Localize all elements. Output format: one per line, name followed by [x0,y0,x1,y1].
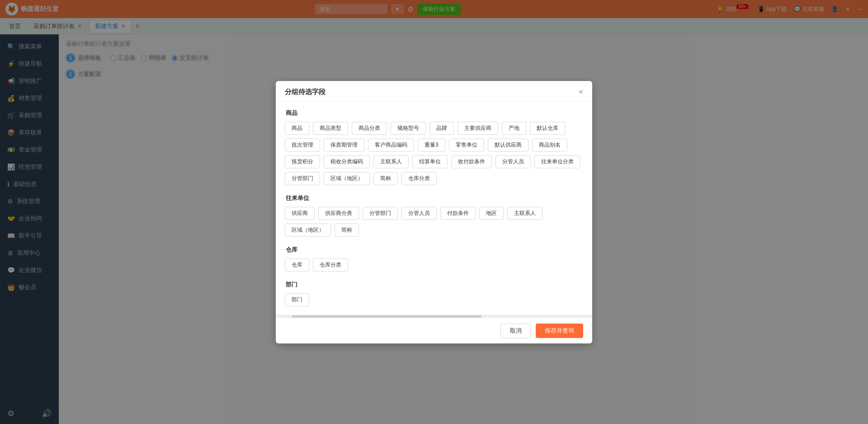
field-tag-weight3[interactable]: 重量3 [418,138,445,152]
field-tag-supplier[interactable]: 供应商 [285,207,315,220]
modal-header: 分组待选字段 × [276,81,592,102]
field-tag-district[interactable]: 地区 [479,207,504,220]
modal-close-button[interactable]: × [578,87,583,97]
field-tag-partner-category[interactable]: 往来单位分类 [534,155,580,168]
field-tag-settlement-unit[interactable]: 结算单位 [412,155,448,168]
field-tag-expiry-mgmt[interactable]: 保质期管理 [324,138,364,152]
field-tag-product-alias[interactable]: 商品别名 [532,138,567,152]
field-tag-partner-manager[interactable]: 分管人员 [401,207,437,220]
product-field-tags: 商品 商品类型 商品分类 规格型号 品牌 主要供应商 产地 默认仓库 批次管理 … [285,122,583,185]
horizontal-scrollbar[interactable] [276,315,592,318]
field-tag-partner-dept[interactable]: 分管部门 [363,207,398,220]
cancel-button[interactable]: 取消 [500,324,531,338]
section-product-title: 商品 [285,109,583,117]
field-tag-default-warehouse[interactable]: 默认仓库 [530,122,565,135]
field-tag-spec-model[interactable]: 规格型号 [391,122,426,135]
field-tag-payment-terms[interactable]: 收付款条件 [451,155,492,168]
confirm-button[interactable]: 保存并查询 [536,324,583,338]
modal-body[interactable]: 商品 商品 商品类型 商品分类 规格型号 品牌 主要供应商 产地 默认仓库 批次… [276,102,592,315]
field-tag-customer-code[interactable]: 客户商品编码 [368,138,414,152]
field-tag-retail-unit[interactable]: 零售单位 [449,138,484,152]
field-tag-region[interactable]: 区域（地区） [324,172,370,185]
section-department: 部门 部门 [285,281,583,306]
field-tag-partner-region[interactable]: 区域（地区） [285,224,331,237]
field-tag-brand[interactable]: 品牌 [429,122,454,135]
field-tag-warehouse[interactable]: 仓库 [285,258,309,272]
field-tag-product-category[interactable]: 商品分类 [352,122,387,135]
field-tag-batch-mgmt[interactable]: 批次管理 [285,138,320,152]
field-tag-pick-score[interactable]: 拣货积分 [285,155,320,168]
modal-title: 分组待选字段 [285,88,326,96]
field-tag-product-type[interactable]: 商品类型 [313,122,348,135]
field-tag-main-supplier[interactable]: 主要供应商 [458,122,498,135]
field-tag-partner-contact[interactable]: 主联系人 [507,207,542,220]
h-scroll-thumb[interactable] [292,315,481,318]
field-tag-origin[interactable]: 产地 [502,122,526,135]
field-selection-modal: 分组待选字段 × 商品 商品 商品类型 商品分类 规格型号 品牌 主要供应商 产… [276,81,592,343]
section-warehouse: 仓库 仓库 仓库分类 [285,246,583,272]
field-tag-dept[interactable]: 分管部门 [285,172,320,185]
section-partner: 往来单位 供应商 供应商分类 分管部门 分管人员 付款条件 地区 主联系人 区域… [285,194,583,237]
section-product: 商品 商品 商品类型 商品分类 规格型号 品牌 主要供应商 产地 默认仓库 批次… [285,109,583,185]
field-tag-default-supplier[interactable]: 默认供应商 [488,138,528,152]
modal-overlay: 分组待选字段 × 商品 商品 商品类型 商品分类 规格型号 品牌 主要供应商 产… [0,0,868,424]
field-tag-partner-short[interactable]: 简称 [335,224,359,237]
field-tag-main-contact[interactable]: 主联系人 [373,155,409,168]
section-warehouse-title: 仓库 [285,246,583,254]
field-tag-short-name[interactable]: 简称 [373,172,398,185]
field-tag-warehouse-category[interactable]: 仓库分类 [401,172,437,185]
section-department-title: 部门 [285,281,583,289]
department-field-tags: 部门 [285,293,583,306]
field-tag-supplier-category[interactable]: 供应商分类 [318,207,359,220]
field-tag-department[interactable]: 部门 [285,293,309,306]
field-tag-payment-condition[interactable]: 付款条件 [440,207,476,220]
partner-field-tags: 供应商 供应商分类 分管部门 分管人员 付款条件 地区 主联系人 区域（地区） … [285,207,583,237]
modal-footer: 取消 保存并查询 [276,318,592,343]
warehouse-field-tags: 仓库 仓库分类 [285,258,583,272]
section-partner-title: 往来单位 [285,194,583,202]
field-tag-tax-code[interactable]: 税收分类编码 [324,155,370,168]
field-tag-product[interactable]: 商品 [285,122,309,135]
field-tag-warehouse-cat[interactable]: 仓库分类 [313,258,348,272]
field-tag-manager[interactable]: 分管人员 [495,155,531,168]
